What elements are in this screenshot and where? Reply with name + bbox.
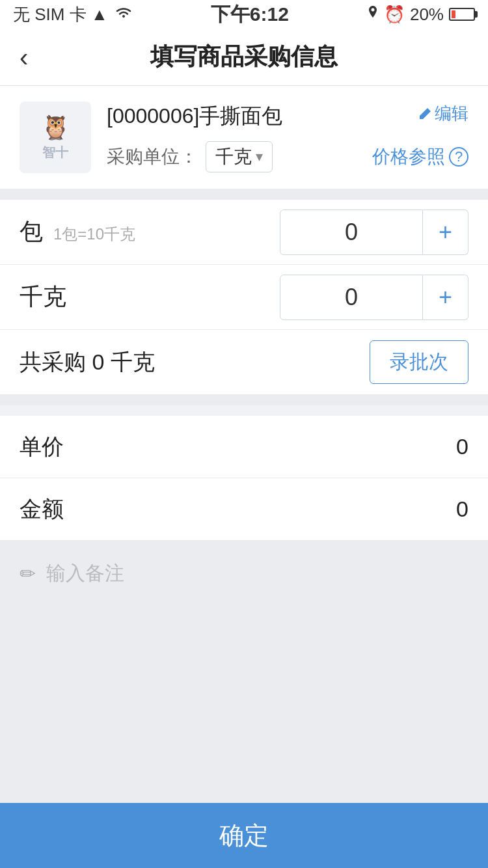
product-image: 🦉 智十 [20, 102, 91, 173]
sim-status: 无 SIM 卡 ▲ [13, 3, 108, 26]
product-logo: 🦉 智十 [41, 114, 70, 161]
confirm-button[interactable]: 确定 [0, 803, 488, 868]
edit-button[interactable]: 编辑 [418, 102, 468, 125]
bag-plus-button[interactable]: + [423, 210, 468, 255]
kg-label: 千克 [20, 281, 66, 313]
product-name: [0000006]手撕面包 [107, 102, 282, 131]
unit-dropdown-arrow: ▾ [256, 148, 263, 165]
logo-text: 智十 [42, 144, 68, 161]
product-info: [0000006]手撕面包 编辑 采购单位： 千克 ▾ 价格参照 ? [107, 102, 468, 172]
section-divider-2 [0, 395, 488, 405]
remarks-placeholder: 输入备注 [46, 560, 124, 587]
product-card: 🦉 智十 [0000006]手撕面包 编辑 采购单位： 千克 ▾ 价格参照 ? [0, 86, 488, 189]
back-button[interactable]: ‹ [20, 44, 28, 70]
unit-price-label: 单价 [20, 432, 64, 462]
section-divider-1 [0, 189, 488, 200]
bag-sub-label: 1包=10千克 [53, 224, 135, 245]
content-area [0, 606, 488, 828]
summary-suffix: 千克 [104, 349, 154, 374]
bag-input-row: 包 1包=10千克 + [0, 200, 488, 265]
record-batch-button[interactable]: 录批次 [370, 340, 468, 384]
kg-plus-button[interactable]: + [423, 275, 468, 320]
page-title: 填写商品采购信息 [150, 41, 338, 73]
battery-icon [449, 8, 475, 21]
summary-row: 共采购 0 千克 录批次 [0, 330, 488, 395]
unit-price-row: 单价 0 [0, 416, 488, 478]
nav-bar: ‹ 填写商品采购信息 [0, 29, 488, 86]
wifi-icon [115, 5, 133, 25]
unit-select[interactable]: 千克 ▾ [206, 141, 273, 172]
amount-label: 金额 [20, 495, 64, 524]
price-ref-info-icon: ? [449, 147, 468, 167]
bag-quantity-input[interactable] [280, 210, 423, 255]
summary-prefix: 共采购 [20, 349, 92, 374]
product-unit-row: 采购单位： 千克 ▾ 价格参照 ? [107, 141, 468, 172]
status-right: ⏰ 20% [367, 5, 475, 25]
product-header: [0000006]手撕面包 编辑 [107, 102, 468, 131]
kg-label-group: 千克 [20, 281, 280, 313]
kg-quantity-input[interactable] [280, 275, 423, 320]
bag-input-group: + [280, 210, 468, 255]
price-ref-button[interactable]: 价格参照 ? [372, 144, 468, 169]
status-bar: 无 SIM 卡 ▲ 下午6:12 ⏰ 20% [0, 0, 488, 29]
unit-value: 千克 [215, 144, 252, 169]
kg-input-row: 千克 + [0, 265, 488, 330]
bag-label: 包 [20, 216, 43, 248]
price-ref-label: 价格参照 [372, 144, 445, 169]
alarm-icon: ⏰ [384, 5, 405, 25]
edit-label: 编辑 [435, 102, 468, 125]
summary-text: 共采购 0 千克 [20, 347, 155, 377]
remarks-section[interactable]: ✏ 输入备注 [0, 541, 488, 606]
price-section: 单价 0 金额 0 [0, 416, 488, 541]
status-left: 无 SIM 卡 ▲ [13, 3, 133, 26]
bag-label-group: 包 1包=10千克 [20, 216, 280, 248]
amount-value: 0 [456, 496, 468, 522]
owl-icon: 🦉 [41, 114, 70, 141]
kg-input-group: + [280, 275, 468, 320]
unit-label: 采购单位： [107, 144, 198, 169]
amount-row: 金额 0 [0, 478, 488, 541]
unit-price-value: 0 [456, 434, 468, 459]
location-icon [367, 5, 379, 25]
input-section: 包 1包=10千克 + 千克 + 共采购 0 千克 录批次 [0, 200, 488, 395]
battery-percent: 20% [410, 5, 444, 25]
summary-amount: 0 [92, 349, 104, 374]
pencil-icon: ✏ [20, 562, 36, 585]
status-time: 下午6:12 [211, 1, 289, 28]
